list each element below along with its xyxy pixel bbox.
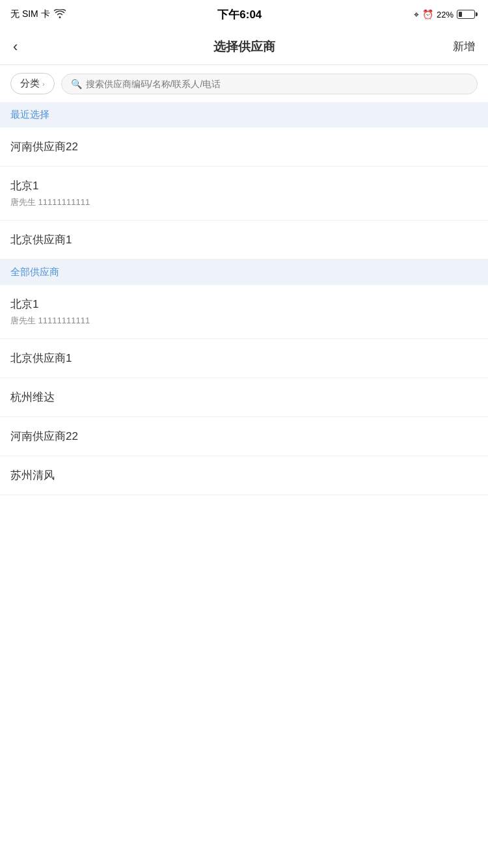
item-name: 河南供应商22 xyxy=(10,429,478,444)
location-icon: ⌖ xyxy=(414,9,419,20)
list-item[interactable]: 河南供应商22 xyxy=(0,417,488,456)
status-time: 下午6:04 xyxy=(217,7,262,22)
status-right: ⌖ ⏰ 22% xyxy=(414,9,478,20)
recent-section-header: 最近选择 xyxy=(0,102,488,128)
alarm-icon: ⏰ xyxy=(422,9,433,20)
filter-bar: 分类 › 🔍 xyxy=(0,65,488,102)
wifi-icon xyxy=(54,9,66,20)
list-item[interactable]: 北京供应商1 xyxy=(0,339,488,378)
back-button[interactable]: ‹ xyxy=(8,33,23,61)
list-item[interactable]: 苏州清风 xyxy=(0,456,488,495)
list-item[interactable]: 杭州维达 xyxy=(0,378,488,417)
all-list: 北京1唐先生 11111111111北京供应商1杭州维达河南供应商22苏州清风 xyxy=(0,285,488,495)
item-name: 河南供应商22 xyxy=(10,139,478,154)
page-title: 选择供应商 xyxy=(213,38,275,55)
battery-label: 22% xyxy=(437,10,454,20)
battery-icon xyxy=(457,10,478,19)
chevron-right-icon: › xyxy=(42,80,45,88)
item-sub: 唐先生 11111111111 xyxy=(10,197,478,208)
list-item[interactable]: 北京1唐先生 11111111111 xyxy=(0,167,488,221)
list-item[interactable]: 北京1唐先生 11111111111 xyxy=(0,285,488,339)
status-bar: 无 SIM 卡 下午6:04 ⌖ ⏰ 22% xyxy=(0,0,488,29)
item-name: 苏州清风 xyxy=(10,468,478,483)
add-button[interactable]: 新增 xyxy=(453,39,475,54)
item-name: 杭州维达 xyxy=(10,390,478,405)
status-left: 无 SIM 卡 xyxy=(10,8,66,20)
search-icon: 🔍 xyxy=(71,79,82,89)
carrier-label: 无 SIM 卡 xyxy=(10,8,50,20)
all-section-header: 全部供应商 xyxy=(0,260,488,285)
nav-bar: ‹ 选择供应商 新增 xyxy=(0,29,488,65)
item-name: 北京供应商1 xyxy=(10,351,478,366)
search-input[interactable] xyxy=(86,79,468,89)
item-name: 北京1 xyxy=(10,178,478,193)
item-name: 北京供应商1 xyxy=(10,232,478,247)
list-item[interactable]: 北京供应商1 xyxy=(0,221,488,260)
category-button[interactable]: 分类 › xyxy=(10,73,55,94)
list-item[interactable]: 河南供应商22 xyxy=(0,128,488,167)
recent-list: 河南供应商22北京1唐先生 11111111111北京供应商1 xyxy=(0,128,488,260)
item-name: 北京1 xyxy=(10,297,478,312)
search-box: 🔍 xyxy=(61,74,478,94)
category-label: 分类 xyxy=(20,77,40,90)
item-sub: 唐先生 11111111111 xyxy=(10,315,478,327)
